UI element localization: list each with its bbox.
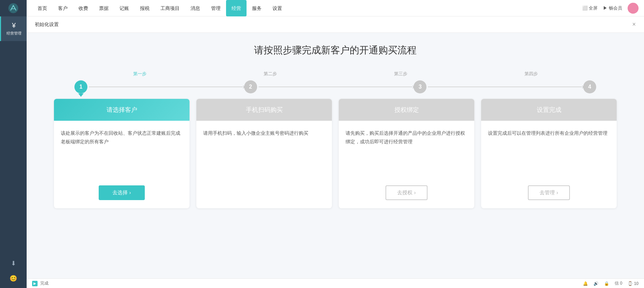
step1-action-button[interactable]: 去选择 › [99, 185, 144, 200]
connector-1-2: › [89, 87, 243, 87]
step1-circle: 1 [74, 80, 87, 93]
step4-card-header: 设置完成 [481, 99, 617, 121]
close-button[interactable]: × [632, 21, 636, 28]
step4-label: 第四步 [524, 71, 538, 76]
steps-connector-row: 1 › 2 › 3 [40, 77, 630, 99]
step3-circle: 3 [414, 80, 426, 93]
status-right: 🔔 🔊 🔒 信 0 ⌚ 10 [583, 280, 639, 286]
svg-point-0 [9, 3, 18, 13]
status-bar: ▶ 完成 🔔 🔊 🔒 信 0 ⌚ 10 [27, 278, 644, 288]
sidebar-bottom-icons: ⬇ 😊 [6, 257, 20, 288]
connector-3-4: › [428, 87, 582, 87]
step1-label-container: 第一步 [74, 70, 205, 77]
step1-label: 第一步 [133, 71, 146, 76]
step2-circle: 2 [244, 80, 257, 93]
sidebar-item-jingying[interactable]: ¥ 经营管理 [0, 16, 27, 41]
clock-display: ⌚ 10 [628, 281, 639, 286]
nav-shouye[interactable]: 首页 [32, 0, 53, 16]
step3-card: 授权绑定 请先购买，购买后选择开通的产品中的企业用户进行授权绑定，成功后即可进行… [339, 99, 474, 208]
play-icon: ▶ [32, 281, 38, 286]
step4-label-container: 第四步 [466, 70, 596, 77]
message-count: 信 0 [615, 280, 622, 286]
step3-label-container: 第三步 [335, 70, 466, 77]
nav-baoshui[interactable]: 报税 [135, 0, 155, 16]
jingying-icon: ¥ [12, 22, 16, 29]
notification-icon[interactable]: 🔔 [583, 281, 588, 286]
step2-node: 2 [244, 80, 257, 93]
step2-label-container: 第二步 [205, 70, 335, 77]
nav-shoufei[interactable]: 收费 [73, 0, 94, 16]
lock-icon[interactable]: 🔒 [604, 281, 609, 286]
step4-node: 4 [583, 80, 596, 93]
sidebar: ¥ 经营管理 ⬇ 😊 [0, 0, 27, 288]
step3-label: 第三步 [394, 71, 407, 76]
support-icon[interactable]: 😊 [6, 272, 20, 285]
connector-2-3: › [258, 87, 412, 87]
sound-icon[interactable]: 🔊 [593, 281, 599, 286]
nav-shezhi[interactable]: 设置 [267, 0, 288, 16]
status-left: ▶ 完成 [32, 280, 48, 286]
step3-card-body: 请先购买，购买后选择开通的产品中的企业用户进行授权绑定，成功后即可进行经营管理 [339, 121, 474, 180]
page-content: 请按照步骤完成新客户的开通购买流程 第一步 第二步 第三步 第四步 1 [27, 33, 644, 219]
step1-card-body: 该处展示的客户为不在回收站、客户状态正常建账后完成老板端绑定的所有客户 [54, 121, 190, 180]
page-header: 初始化设置 × [27, 16, 644, 33]
fullscreen-button[interactable]: ⬜ 全屏 [582, 5, 598, 11]
avatar[interactable] [628, 3, 639, 14]
step2-card: 手机扫码购买 请用手机扫码，输入小微企业主账号密码进行购买 [196, 99, 332, 208]
nav-guanli[interactable]: 管理 [206, 0, 226, 16]
step4-card: 设置完成 设置完成后可以在管理列表进行所有企业用户的经营管理 去管理 › [481, 99, 617, 208]
vip-button[interactable]: ▶ 畅会员 [603, 5, 622, 11]
nav-gongshang[interactable]: 工商项目 [155, 0, 185, 16]
step1-card-footer: 去选择 › [54, 180, 190, 208]
nav-piaoju[interactable]: 票据 [94, 0, 114, 16]
step3-action-button[interactable]: 去授权 › [386, 185, 427, 200]
nav-fuwu[interactable]: 服务 [247, 0, 267, 16]
download-icon[interactable]: ⬇ [6, 257, 20, 270]
step2-card-footer [196, 195, 332, 208]
main-area: 初始化设置 × 请按照步骤完成新客户的开通购买流程 第一步 第二步 第三步 第四… [27, 16, 644, 278]
step3-node: 3 [414, 80, 426, 93]
step2-card-body: 请用手机扫码，输入小微企业主账号密码进行购买 [196, 121, 332, 195]
step1-card-header: 请选择客户 [54, 99, 190, 121]
step3-card-header: 授权绑定 [339, 99, 474, 121]
page-title: 初始化设置 [35, 22, 59, 28]
nav-jingying[interactable]: 经营 [226, 0, 247, 16]
steps-labels-row: 第一步 第二步 第三步 第四步 [40, 70, 630, 77]
step4-card-footer: 去管理 › [481, 180, 617, 208]
cards-row: 请选择客户 该处展示的客户为不在回收站、客户状态正常建账后完成老板端绑定的所有客… [40, 99, 630, 208]
nav-jizhang[interactable]: 记账 [114, 0, 135, 16]
step2-card-header: 手机扫码购买 [196, 99, 332, 121]
step1-card: 请选择客户 该处展示的客户为不在回收站、客户状态正常建账后完成老板端绑定的所有客… [54, 99, 190, 208]
section-title: 请按照步骤完成新客户的开通购买流程 [40, 44, 630, 57]
nav-right-actions: ⬜ 全屏 ▶ 畅会员 [582, 3, 639, 14]
status-text: 完成 [40, 280, 48, 286]
nav-xiaoxi[interactable]: 消息 [185, 0, 206, 16]
step4-circle: 4 [583, 80, 596, 93]
sidebar-logo [0, 0, 27, 16]
step4-card-body: 设置完成后可以在管理列表进行所有企业用户的经营管理 [481, 121, 617, 180]
step3-card-footer: 去授权 › [339, 180, 474, 208]
step4-action-button[interactable]: 去管理 › [528, 185, 570, 200]
top-navigation: 首页 客户 收费 票据 记账 报税 工商项目 消息 管理 经营 服务 设置 ⬜ … [27, 0, 644, 16]
step2-label: 第二步 [264, 71, 277, 76]
step1-node: 1 [74, 80, 87, 93]
nav-kehu[interactable]: 客户 [53, 0, 73, 16]
